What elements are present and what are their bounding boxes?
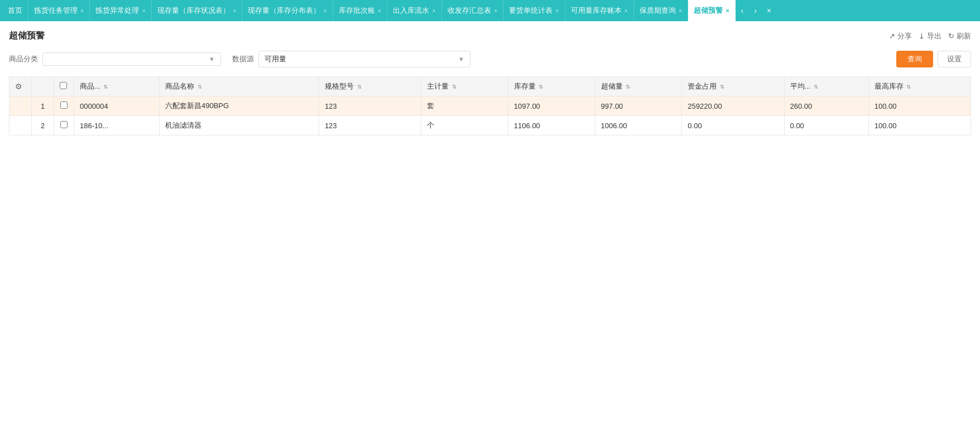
refresh-button[interactable]: ↻ 刷新 <box>948 31 971 41</box>
row-gear-cell <box>9 116 32 135</box>
category-filter: 商品分类 ▼ <box>9 52 221 66</box>
gear-icon: ⚙ <box>15 82 22 91</box>
nav-tab-summary[interactable]: 收发存汇总表 × <box>442 0 503 21</box>
category-select[interactable]: ▼ <box>42 52 221 66</box>
close-icon[interactable]: × <box>142 7 145 14</box>
th-checkbox[interactable] <box>54 77 74 96</box>
select-all-checkbox[interactable] <box>60 82 67 89</box>
nav-next-arrow[interactable]: › <box>749 0 762 21</box>
filter-row: 商品分类 ▼ 数据源 可用量 ▼ 查询 设置 <box>9 51 971 67</box>
share-button[interactable]: ↗ 分享 <box>889 31 912 41</box>
sort-icon: ⇅ <box>814 84 818 90</box>
nav-prev-arrow[interactable]: ‹ <box>736 0 749 21</box>
chevron-down-icon: ▼ <box>209 56 215 62</box>
close-icon[interactable]: × <box>323 7 326 14</box>
th-unit[interactable]: 主计量 ⇅ <box>421 77 508 96</box>
row-product-name: 机油滤清器 <box>159 116 319 135</box>
row-gear-cell <box>9 96 32 116</box>
page-header: 超储预警 ↗ 分享 ⤓ 导出 ↻ 刷新 <box>9 30 971 42</box>
row-index-cell: 1 <box>32 96 54 116</box>
header-actions: ↗ 分享 ⤓ 导出 ↻ 刷新 <box>889 31 971 41</box>
close-icon[interactable]: × <box>726 7 729 14</box>
category-label: 商品分类 <box>9 54 38 64</box>
nav-tab-home[interactable]: 首页 <box>2 0 28 21</box>
nav-tab-available[interactable]: 可用量库存账本 × <box>565 0 634 21</box>
row-spec: 123 <box>319 96 421 116</box>
close-icon[interactable]: × <box>679 7 682 14</box>
sort-icon: ⇅ <box>357 84 362 90</box>
sort-icon: ⇅ <box>103 84 108 90</box>
data-table: ⚙ 商品... ⇅ 商品名称 ⇅ 规格型号 ⇅ <box>9 76 971 135</box>
sort-icon: ⇅ <box>452 84 457 90</box>
th-gear[interactable]: ⚙ <box>9 77 32 96</box>
close-icon[interactable]: × <box>624 7 628 14</box>
close-icon[interactable]: × <box>233 7 236 14</box>
nav-tab-overstock[interactable]: 超储预警 × <box>688 0 735 21</box>
th-overstock[interactable]: 超储量 ⇅ <box>595 77 682 96</box>
sort-icon: ⇅ <box>906 84 911 90</box>
nav-close-all-arrow[interactable]: × <box>762 0 776 21</box>
th-max-stock[interactable]: 最高库存 ⇅ <box>868 77 971 96</box>
table-body: 1 0000004 六配套新昌490BPG 123 套 1097.00 997.… <box>9 96 971 135</box>
share-icon: ↗ <box>889 32 895 40</box>
nav-tab-batch[interactable]: 库存批次账 × <box>333 0 387 21</box>
th-capital[interactable]: 资金占用 ⇅ <box>682 77 784 96</box>
close-icon[interactable]: × <box>432 7 435 14</box>
th-index <box>32 77 54 96</box>
top-nav: 首页 拣货任务管理 × 拣货异常处理 × 现存量（库存状况表） × 现存量（库存… <box>0 0 980 21</box>
datasource-filter: 数据源 可用量 ▼ <box>232 51 470 67</box>
row-checkbox-cell[interactable] <box>54 96 74 116</box>
export-button[interactable]: ⤓ 导出 <box>919 31 941 41</box>
sort-icon: ⇅ <box>539 84 543 90</box>
nav-tab-task[interactable]: 拣货任务管理 × <box>28 0 90 21</box>
nav-tab-order-stats[interactable]: 要货单统计表 × <box>503 0 565 21</box>
nav-tab-flow[interactable]: 出入库流水 × <box>387 0 441 21</box>
row-capital: 0.00 <box>682 116 784 135</box>
th-product-name[interactable]: 商品名称 ⇅ <box>159 77 319 96</box>
row-unit: 套 <box>421 96 508 116</box>
page-title: 超储预警 <box>9 30 45 42</box>
table-row: 1 0000004 六配套新昌490BPG 123 套 1097.00 997.… <box>9 96 971 116</box>
close-icon[interactable]: × <box>494 7 497 14</box>
refresh-icon: ↻ <box>948 32 954 40</box>
row-product-code: 186-10... <box>74 116 160 135</box>
query-button[interactable]: 查询 <box>896 51 933 67</box>
row-checkbox[interactable] <box>60 121 68 128</box>
th-spec[interactable]: 规格型号 ⇅ <box>319 77 421 96</box>
sort-icon: ⇅ <box>720 84 724 90</box>
row-checkbox-cell[interactable] <box>54 116 74 135</box>
row-stock: 1106.00 <box>508 116 595 135</box>
sort-icon: ⇅ <box>198 84 202 90</box>
nav-tab-stock-dist[interactable]: 现存量（库存分布表） × <box>242 0 333 21</box>
row-max-stock: 100.00 <box>868 96 971 116</box>
row-index-cell: 2 <box>32 116 54 135</box>
close-icon[interactable]: × <box>555 7 559 14</box>
datasource-select-value: 可用量 <box>265 54 286 64</box>
th-product-code[interactable]: 商品... ⇅ <box>74 77 160 96</box>
table-header-row: ⚙ 商品... ⇅ 商品名称 ⇅ 规格型号 ⇅ <box>9 77 971 96</box>
main-content: 超储预警 ↗ 分享 ⤓ 导出 ↻ 刷新 商品分类 ▼ 数据源 <box>0 21 980 446</box>
row-product-code: 0000004 <box>74 96 160 116</box>
row-unit: 个 <box>421 116 508 135</box>
chevron-down-icon: ▼ <box>458 56 464 62</box>
close-icon[interactable]: × <box>80 7 84 14</box>
th-stock[interactable]: 库存量 ⇅ <box>508 77 595 96</box>
datasource-label: 数据源 <box>232 54 254 64</box>
filter-actions: 查询 设置 <box>896 51 971 67</box>
row-spec: 123 <box>319 116 421 135</box>
settings-button[interactable]: 设置 <box>938 51 971 67</box>
datasource-select[interactable]: 可用量 ▼ <box>258 51 470 67</box>
row-avg: 0.00 <box>784 116 868 135</box>
nav-tab-stock-status[interactable]: 现存量（库存状况表） × <box>152 0 242 21</box>
export-icon: ⤓ <box>919 32 925 40</box>
table-row: 2 186-10... 机油滤清器 123 个 1106.00 1006.00 … <box>9 116 971 135</box>
row-avg: 260.00 <box>784 96 868 116</box>
nav-tab-quality[interactable]: 保质期查询 × <box>634 0 688 21</box>
close-icon[interactable]: × <box>378 7 381 14</box>
row-capital: 259220.00 <box>682 96 784 116</box>
nav-tab-exception[interactable]: 拣货异常处理 × <box>90 0 151 21</box>
row-product-name: 六配套新昌490BPG <box>159 96 319 116</box>
th-avg[interactable]: 平均... ⇅ <box>784 77 868 96</box>
row-max-stock: 100.00 <box>868 116 971 135</box>
row-checkbox[interactable] <box>60 101 68 109</box>
